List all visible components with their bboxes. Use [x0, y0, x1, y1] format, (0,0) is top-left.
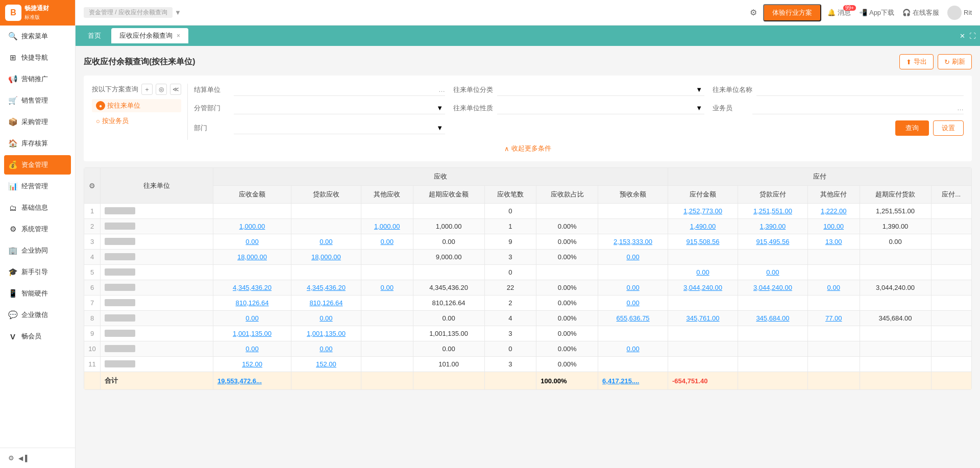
filter-salesperson-dots-icon[interactable]: … — [957, 104, 964, 112]
table-cell-link[interactable] — [361, 265, 413, 280]
table-cell-link[interactable]: 0.00 — [291, 341, 361, 357]
table-cell-link[interactable]: 345,684.00 — [738, 311, 807, 326]
filter-option-partner[interactable]: ● 按往来单位 — [92, 99, 181, 112]
table-cell-link[interactable] — [291, 219, 361, 234]
table-cell-link[interactable] — [668, 295, 738, 311]
sidebar-item-system[interactable]: ⚙ 系统管理 — [0, 218, 75, 240]
table-cell-link[interactable]: 0.00 — [598, 280, 668, 295]
query-button[interactable]: 查询 — [895, 120, 929, 136]
table-cell-link[interactable]: 4,345,436.20 — [291, 280, 361, 295]
sidebar-item-guide[interactable]: 🎓 新手引导 — [0, 261, 75, 283]
settings-button[interactable]: 设置 — [933, 120, 964, 136]
filter-add-button[interactable]: ＋ — [141, 84, 153, 95]
table-cell-link[interactable] — [361, 326, 413, 341]
sidebar-item-sales[interactable]: 🛒 销售管理 — [0, 90, 75, 111]
refresh-button[interactable]: ↻ 刷新 — [938, 54, 972, 69]
filter-category-dropdown[interactable]: ▼ — [497, 84, 704, 96]
sidebar-item-coop[interactable]: 🏢 企业协同 — [0, 240, 75, 261]
table-cell-link[interactable] — [807, 341, 860, 357]
sidebar-item-search[interactable]: 🔍 搜索菜单 — [0, 26, 75, 47]
footer-rec-amount[interactable]: 19,553,472.6... — [213, 372, 291, 390]
table-cell-link[interactable]: 0.00 — [668, 265, 738, 280]
table-cell-link[interactable]: 0.00 — [361, 234, 413, 250]
table-cell-link[interactable]: 13.00 — [807, 234, 860, 250]
table-cell-link[interactable]: 1,001,135.00 — [291, 326, 361, 341]
breadcrumb-dropdown-icon[interactable]: ▼ — [175, 9, 181, 16]
sidebar-item-wechat[interactable]: 💬 企业微信 — [0, 304, 75, 326]
table-cell-link[interactable] — [598, 204, 668, 219]
export-button[interactable]: ⬆ 导出 — [899, 54, 934, 69]
table-cell-link[interactable]: 0.00 — [807, 280, 860, 295]
sidebar-item-member[interactable]: V 畅会员 — [0, 326, 75, 347]
table-cell-link[interactable]: 1,000.00 — [213, 219, 291, 234]
sidebar-item-purchase[interactable]: 📦 采购管理 — [0, 111, 75, 133]
table-cell-link[interactable]: 345,761.00 — [668, 311, 738, 326]
table-cell-link[interactable]: 0.00 — [213, 234, 291, 250]
table-cell-link[interactable] — [598, 219, 668, 234]
filter-option-salesperson[interactable]: ○ 按业务员 — [92, 114, 181, 128]
table-cell-link[interactable] — [361, 311, 413, 326]
table-cell-link[interactable]: 4,345,436.20 — [213, 280, 291, 295]
table-cell-link[interactable]: 810,126.64 — [291, 295, 361, 311]
table-cell-link[interactable] — [807, 250, 860, 265]
sidebar-item-basic[interactable]: 🗂 基础信息 — [0, 197, 75, 218]
table-cell-link[interactable]: 0.00 — [361, 280, 413, 295]
table-cell-link[interactable]: 1,251,551.00 — [738, 204, 807, 219]
table-cell-link[interactable]: 0.00 — [291, 234, 361, 250]
table-cell-link[interactable]: 655,636.75 — [598, 311, 668, 326]
sidebar-item-operation[interactable]: 📊 经营管理 — [0, 176, 75, 197]
table-cell-link[interactable] — [668, 326, 738, 341]
promo-button[interactable]: 体验行业方案 — [763, 4, 821, 21]
table-cell-link[interactable] — [361, 295, 413, 311]
user-avatar[interactable]: Rit — [947, 6, 972, 20]
tab-active[interactable]: 应收应付余额查询 × — [111, 28, 188, 43]
table-cell-link[interactable]: 810,126.64 — [213, 295, 291, 311]
table-cell-link[interactable]: 0.00 — [291, 311, 361, 326]
tab-home[interactable]: 首页 — [80, 28, 109, 43]
table-cell-link[interactable]: 915,508.56 — [668, 234, 738, 250]
close-window-icon[interactable]: ✕ — [960, 32, 965, 40]
table-cell-link[interactable] — [598, 326, 668, 341]
filter-back-button[interactable]: ≪ — [170, 84, 181, 95]
table-cell-link[interactable] — [361, 341, 413, 357]
table-cell-link[interactable]: 0.00 — [598, 250, 668, 265]
table-cell-link[interactable]: 77.00 — [807, 311, 860, 326]
table-cell-link[interactable] — [807, 357, 860, 372]
sidebar-item-hardware[interactable]: 📱 智能硬件 — [0, 283, 75, 304]
table-cell-link[interactable]: 3,044,240.00 — [738, 280, 807, 295]
table-cell-link[interactable] — [668, 250, 738, 265]
table-cell-link[interactable]: 0.00 — [598, 295, 668, 311]
filter-target-button[interactable]: ◎ — [156, 84, 167, 95]
app-download-button[interactable]: 📲 App下载 — [859, 8, 894, 17]
message-button[interactable]: 🔔 消息 99+ — [827, 8, 851, 17]
table-cell-link[interactable]: 1,390.00 — [738, 219, 807, 234]
collapse-sidebar-button[interactable]: ◀▐ — [18, 455, 28, 462]
table-cell-link[interactable] — [291, 265, 361, 280]
filter-dept-dropdown[interactable]: ▼ — [234, 102, 445, 114]
sidebar-item-inventory[interactable]: 🏠 库存核算 — [0, 133, 75, 154]
table-cell-link[interactable]: 1,222.00 — [807, 204, 860, 219]
tab-close-button[interactable]: × — [177, 32, 180, 39]
table-cell-link[interactable] — [668, 341, 738, 357]
table-cell-link[interactable] — [361, 204, 413, 219]
table-cell-link[interactable] — [598, 265, 668, 280]
table-cell-link[interactable]: 1,000.00 — [361, 219, 413, 234]
filter-salesperson-text[interactable] — [752, 102, 957, 114]
filter-settlement-dots-icon[interactable]: … — [438, 86, 445, 93]
filter-name-input[interactable] — [756, 84, 964, 96]
table-cell-link[interactable]: 0.00 — [598, 341, 668, 357]
table-cell-link[interactable] — [668, 357, 738, 372]
table-cell-link[interactable]: 0.00 — [738, 265, 807, 280]
sidebar-item-quicknav[interactable]: ⊞ 快捷导航 — [0, 47, 75, 68]
sidebar-item-finance[interactable]: 💰 资金管理 — [4, 155, 71, 175]
table-setting-icon[interactable]: ⚙ — [89, 182, 95, 190]
table-cell-link[interactable] — [738, 357, 807, 372]
table-cell-link[interactable] — [213, 265, 291, 280]
service-button[interactable]: 🎧 在线客服 — [902, 8, 939, 17]
table-cell-link[interactable] — [738, 326, 807, 341]
table-cell-link[interactable] — [213, 204, 291, 219]
filter-salesperson-input[interactable]: … — [752, 102, 964, 114]
table-cell-link[interactable] — [807, 295, 860, 311]
table-cell-link[interactable] — [807, 265, 860, 280]
table-cell-link[interactable]: 152.00 — [213, 357, 291, 372]
